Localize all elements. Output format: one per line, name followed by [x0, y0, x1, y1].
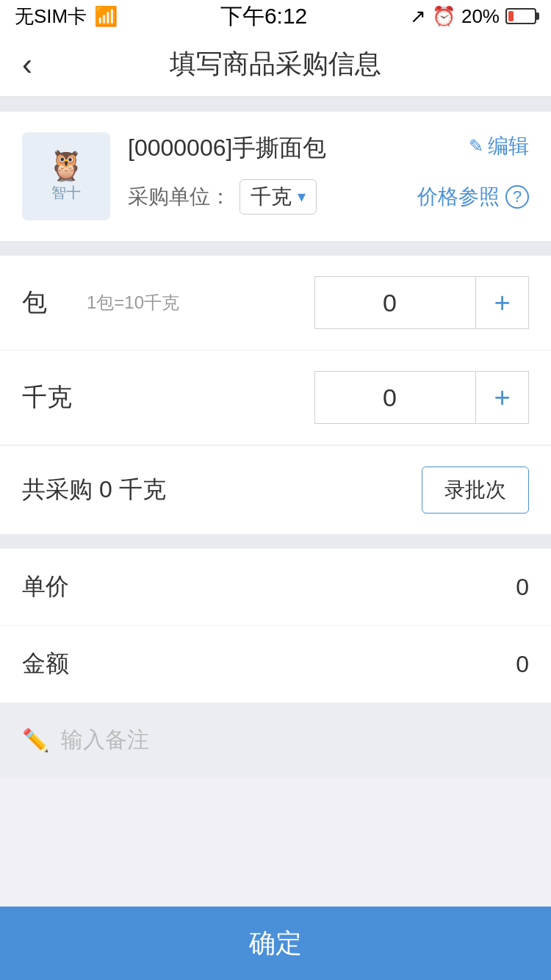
product-image-subtext: 智十 [51, 183, 81, 203]
kg-label: 千克 [22, 381, 81, 414]
status-time: 下午6:12 [220, 1, 307, 32]
top-divider [0, 97, 551, 112]
bao-controls: + [314, 276, 529, 329]
bao-sub: 1包=10千克 [87, 291, 314, 314]
price-ref-button[interactable]: 价格参照 ? [417, 183, 529, 211]
unit-select[interactable]: 千克 ▾ [240, 179, 317, 215]
status-right: ↗ ⏰ 20% [410, 5, 536, 28]
edit-icon: ✎ [469, 136, 483, 156]
kg-input-row: 千克 + [0, 350, 551, 445]
amount-label: 金额 [22, 648, 69, 680]
unit-price-label: 单价 [22, 571, 69, 603]
lower-divider [0, 534, 551, 549]
summary-text: 共采购 0 千克 [22, 474, 166, 506]
carrier-text: 无SIM卡 [15, 4, 87, 29]
battery-percent: 20% [461, 5, 500, 28]
kg-controls: + [314, 371, 529, 424]
unit-row: 采购单位： 千克 ▾ 价格参照 ? [128, 179, 529, 215]
bao-label: 包 [22, 286, 81, 320]
unit-price-row: 单价 0 [0, 549, 551, 626]
nav-bar: ‹ 填写商品采购信息 [0, 32, 551, 97]
amount-row: 金额 0 [0, 626, 551, 703]
bao-input-row: 包 1包=10千克 + [0, 256, 551, 350]
unit-label: 采购单位： [128, 183, 231, 211]
confirm-button[interactable]: 确定 [0, 907, 551, 980]
product-info: [0000006]手撕面包 ✎ 编辑 采购单位： 千克 ▾ 价格参照 ? [128, 132, 529, 215]
bottom-padding [0, 777, 551, 865]
bao-plus-button[interactable]: + [476, 276, 529, 329]
battery-icon [505, 8, 536, 24]
status-bar: 无SIM卡 📶 下午6:12 ↗ ⏰ 20% [0, 0, 551, 32]
summary-row: 共采购 0 千克 录批次 [0, 445, 551, 534]
product-name: [0000006]手撕面包 [128, 132, 469, 165]
amount-value: 0 [516, 651, 529, 678]
location-icon: ↗ [410, 5, 426, 28]
product-owl-icon: 🦉 [48, 151, 84, 180]
price-ref-icon: ? [505, 185, 529, 209]
product-image: 🦉 智十 [22, 132, 110, 220]
page-title: 填写商品采购信息 [170, 46, 381, 82]
kg-plus-button[interactable]: + [476, 371, 529, 424]
wifi-icon: 📶 [94, 5, 118, 28]
mid-divider [0, 241, 551, 256]
status-left: 无SIM卡 📶 [15, 4, 118, 29]
note-pencil-icon: ✏️ [22, 727, 49, 753]
kg-input[interactable] [314, 371, 476, 424]
product-header: [0000006]手撕面包 ✎ 编辑 [128, 132, 529, 165]
note-placeholder: 输入备注 [61, 725, 149, 755]
price-info-section: 单价 0 金额 0 [0, 549, 551, 703]
back-button[interactable]: ‹ [22, 47, 47, 82]
quantity-section: 包 1包=10千克 + 千克 + [0, 256, 551, 445]
alarm-icon: ⏰ [432, 5, 455, 28]
edit-button[interactable]: ✎ 编辑 [469, 132, 529, 160]
bao-input[interactable] [314, 276, 476, 329]
batch-button[interactable]: 录批次 [422, 466, 529, 514]
product-card: 🦉 智十 [0000006]手撕面包 ✎ 编辑 采购单位： 千克 ▾ 价格参照 [0, 112, 551, 241]
note-section[interactable]: ✏️ 输入备注 [0, 703, 551, 777]
unit-price-value: 0 [516, 574, 529, 601]
unit-dropdown-arrow: ▾ [298, 187, 306, 206]
